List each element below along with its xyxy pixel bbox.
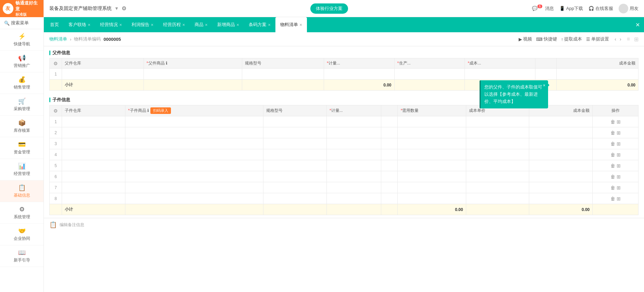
child-product-cell[interactable]	[125, 160, 263, 171]
child-spec-cell[interactable]	[263, 160, 326, 171]
sidebar-item-sales[interactable]: 💰 销售管理	[0, 72, 44, 94]
user-btn[interactable]: 用友	[619, 4, 639, 13]
sidebar-item-cooperation[interactable]: 🤝 企业协同	[0, 224, 44, 245]
settings-icon[interactable]: ⚙	[122, 5, 126, 12]
parent-settings-icon[interactable]: ⚙	[53, 61, 58, 66]
child-spec-cell[interactable]	[263, 182, 326, 193]
sidebar-item-purchase[interactable]: 🛒 采购管理	[0, 94, 44, 116]
delete-icon[interactable]: 🗑	[610, 185, 615, 190]
tab-history[interactable]: 经营历程 ✕	[158, 17, 190, 32]
child-unit-cell[interactable]	[326, 171, 381, 182]
child-warehouse-cell[interactable]	[62, 182, 125, 193]
tab-history-close[interactable]: ✕	[182, 23, 185, 27]
sidebar-item-basic-info[interactable]: 📋 基础信息	[0, 180, 44, 202]
parent-spec-cell[interactable]	[242, 69, 324, 80]
delete-icon[interactable]: 🗑	[610, 152, 615, 157]
nav-close-all[interactable]: ✕	[633, 22, 643, 28]
child-spec-cell[interactable]	[263, 127, 326, 138]
child-product-cell[interactable]	[125, 171, 263, 182]
child-product-cell[interactable]	[125, 127, 263, 138]
sidebar-item-quick-nav[interactable]: ⚡ 快捷导航	[0, 29, 44, 51]
tab-ops-close[interactable]: ✕	[119, 23, 122, 27]
tab-profit[interactable]: 利润报告 ✕	[127, 17, 158, 32]
scan-btn[interactable]: 扫码录入	[150, 107, 171, 114]
child-warehouse-cell[interactable]	[62, 160, 125, 171]
child-qty-cell[interactable]	[398, 160, 466, 171]
child-warehouse-cell[interactable]	[62, 193, 125, 204]
child-product-cell[interactable]	[125, 149, 263, 160]
child-qty-cell[interactable]	[398, 171, 466, 182]
single-settings-btn[interactable]: ☰ 单据设置	[586, 36, 609, 42]
sidebar-item-guide[interactable]: 📖 新手引导	[0, 245, 44, 267]
delete-icon[interactable]: 🗑	[610, 141, 615, 147]
child-spec-cell[interactable]	[263, 138, 326, 149]
sidebar-item-marketing[interactable]: 📢 营销推广	[0, 51, 44, 72]
child-warehouse-cell[interactable]	[62, 171, 125, 182]
search-menu[interactable]: 🔍 搜索菜单	[0, 17, 44, 29]
child-unit-cell[interactable]	[326, 182, 381, 193]
child-qty-cell[interactable]	[398, 149, 466, 160]
next-arrow[interactable]: ›	[618, 36, 623, 43]
copy-icon[interactable]: ⊞	[617, 174, 621, 179]
child-unit-price-cell[interactable]	[466, 160, 529, 171]
child-warehouse-cell[interactable]	[62, 116, 125, 127]
copy-icon[interactable]: ⊞	[617, 141, 621, 147]
messages-btn[interactable]: 💬 6 消息	[532, 5, 554, 12]
expand-icon[interactable]: ⊞	[634, 36, 639, 43]
tab-goods-close[interactable]: ✕	[205, 23, 208, 27]
shortcut-btn[interactable]: ⌨ 快捷键	[536, 36, 557, 42]
child-qty-cell[interactable]	[398, 127, 466, 138]
breadcrumb[interactable]: 物料清单	[49, 36, 67, 42]
delete-icon[interactable]: 🗑	[610, 174, 615, 179]
child-unit-price-cell[interactable]	[466, 127, 529, 138]
child-unit-price-cell[interactable]	[466, 149, 529, 160]
child-qty-cell[interactable]	[398, 193, 466, 204]
system-dropdown[interactable]: ▼	[114, 6, 119, 11]
child-qty-cell[interactable]	[398, 116, 466, 127]
child-spec-cell[interactable]	[263, 171, 326, 182]
tab-home[interactable]: 首页	[45, 17, 64, 32]
child-product-cell[interactable]	[125, 193, 263, 204]
copy-icon[interactable]: ⊞	[617, 196, 621, 201]
child-warehouse-cell[interactable]	[62, 149, 125, 160]
delete-icon[interactable]: 🗑	[610, 130, 615, 136]
tab-add-goods-close[interactable]: ✕	[236, 23, 239, 27]
child-unit-price-cell[interactable]	[466, 171, 529, 182]
sidebar-item-finance[interactable]: 💳 资金管理	[0, 137, 44, 159]
child-unit-cell[interactable]	[326, 116, 381, 127]
child-unit-cell[interactable]	[326, 138, 381, 149]
app-download-btn[interactable]: 📱 App下载	[559, 5, 583, 12]
child-warehouse-cell[interactable]	[62, 138, 125, 149]
parent-cost-cell[interactable]	[465, 69, 535, 80]
child-product-cell[interactable]	[125, 182, 263, 193]
sidebar-item-inventory[interactable]: 📦 库存核算	[0, 116, 44, 137]
child-spec-cell[interactable]	[263, 116, 326, 127]
copy-icon[interactable]: ⊞	[617, 119, 621, 125]
child-qty-cell[interactable]	[398, 182, 466, 193]
sidebar-item-system[interactable]: ⚙ 系统管理	[0, 202, 44, 224]
child-product-cell[interactable]	[125, 138, 263, 149]
copy-icon[interactable]: ⊞	[617, 185, 621, 190]
child-unit-cell[interactable]	[326, 193, 381, 204]
tab-profit-close[interactable]: ✕	[151, 23, 153, 27]
bottom-icon[interactable]: 📋	[49, 221, 57, 229]
child-spec-cell[interactable]	[263, 193, 326, 204]
child-unit-cell[interactable]	[326, 127, 381, 138]
tab-bom-close[interactable]: ✕	[299, 23, 302, 27]
copy-icon[interactable]: ⊞	[617, 130, 621, 136]
child-unit-cell[interactable]	[326, 149, 381, 160]
parent-product-cell[interactable]	[144, 69, 242, 80]
child-spec-cell[interactable]	[263, 149, 326, 160]
tab-barcode-close[interactable]: ✕	[268, 23, 271, 27]
tab-operations[interactable]: 经营情况 ✕	[95, 17, 127, 32]
child-product-cell[interactable]	[125, 116, 263, 127]
delete-icon[interactable]: 🗑	[610, 163, 615, 168]
parent-unit-cell[interactable]	[324, 69, 394, 80]
child-warehouse-cell[interactable]	[62, 127, 125, 138]
child-unit-price-cell[interactable]	[466, 193, 529, 204]
parent-warehouse-cell[interactable]	[62, 69, 144, 80]
tab-customer-close[interactable]: ✕	[88, 23, 90, 27]
view-btn[interactable]: ▶ 视频	[519, 36, 532, 42]
prev-arrow[interactable]: ‹	[613, 36, 618, 43]
child-unit-price-cell[interactable]	[466, 182, 529, 193]
